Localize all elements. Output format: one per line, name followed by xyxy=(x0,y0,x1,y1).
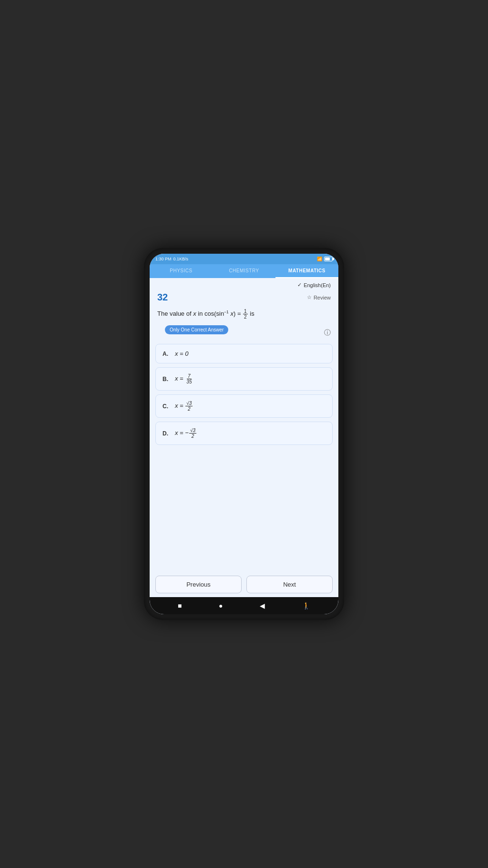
language-label: English(En) xyxy=(304,282,331,288)
phone-screen: 1:30 PM 0.1KB/s 📶 PHYSICS CHEMISTRY MATH… xyxy=(150,254,338,614)
recent-apps-button[interactable]: ■ xyxy=(174,600,185,611)
status-right: 📶 xyxy=(317,257,333,261)
status-left: 1:30 PM 0.1KB/s xyxy=(155,257,188,261)
tab-physics[interactable]: PHYSICS xyxy=(150,264,213,278)
home-button[interactable]: ● xyxy=(215,600,226,611)
option-a-value: x = 0 xyxy=(175,350,189,357)
status-time: 1:30 PM xyxy=(155,257,172,261)
system-nav: ■ ● ◀ 🚶 xyxy=(150,597,338,614)
option-c[interactable]: C. x = √32 xyxy=(155,394,333,418)
badge-row: Only One Correct Answer ⓘ xyxy=(150,325,338,344)
question-text: The value of x in cos(sin−1 x) = 12 is xyxy=(150,307,338,325)
option-c-label: C. xyxy=(163,403,170,410)
tab-bar: PHYSICS CHEMISTRY MATHEMATICS xyxy=(150,264,338,278)
option-a[interactable]: A. x = 0 xyxy=(155,344,333,363)
options-area: A. x = 0 B. x = 735 C. x = √32 xyxy=(150,344,338,571)
signal-icon: 📶 xyxy=(317,257,322,261)
status-bar: 1:30 PM 0.1KB/s 📶 xyxy=(150,254,338,264)
previous-button[interactable]: Previous xyxy=(155,576,242,593)
question-header: 32 ☆ Review xyxy=(150,290,338,307)
option-b-value: x = 735 xyxy=(175,373,193,384)
next-button[interactable]: Next xyxy=(246,576,333,593)
option-d[interactable]: D. x = −√32 xyxy=(155,422,333,445)
star-icon: ☆ xyxy=(307,294,312,300)
status-data: 0.1KB/s xyxy=(173,257,189,261)
nav-buttons: Previous Next xyxy=(150,571,338,597)
tab-chemistry[interactable]: CHEMISTRY xyxy=(213,264,275,278)
battery-icon xyxy=(324,257,333,261)
question-number: 32 xyxy=(157,292,168,303)
option-c-value: x = √32 xyxy=(175,401,193,412)
option-b[interactable]: B. x = 735 xyxy=(155,367,333,391)
option-d-label: D. xyxy=(163,430,170,437)
option-a-label: A. xyxy=(163,351,170,357)
language-selector[interactable]: ✓ English(En) xyxy=(150,278,338,290)
answer-type-badge: Only One Correct Answer xyxy=(165,325,228,334)
phone-frame: 1:30 PM 0.1KB/s 📶 PHYSICS CHEMISTRY MATH… xyxy=(144,248,344,620)
option-d-value: x = −√32 xyxy=(175,428,197,439)
content-area: ✓ English(En) 32 ☆ Review The value of x… xyxy=(150,278,338,597)
check-icon: ✓ xyxy=(297,282,302,288)
option-b-label: B. xyxy=(163,376,170,382)
back-button[interactable]: ◀ xyxy=(256,600,269,611)
review-button[interactable]: ☆ Review xyxy=(307,294,331,300)
tab-mathematics[interactable]: MATHEMATICS xyxy=(275,264,338,278)
accessibility-button[interactable]: 🚶 xyxy=(298,600,314,611)
review-label: Review xyxy=(314,295,331,300)
info-icon[interactable]: ⓘ xyxy=(324,329,331,337)
